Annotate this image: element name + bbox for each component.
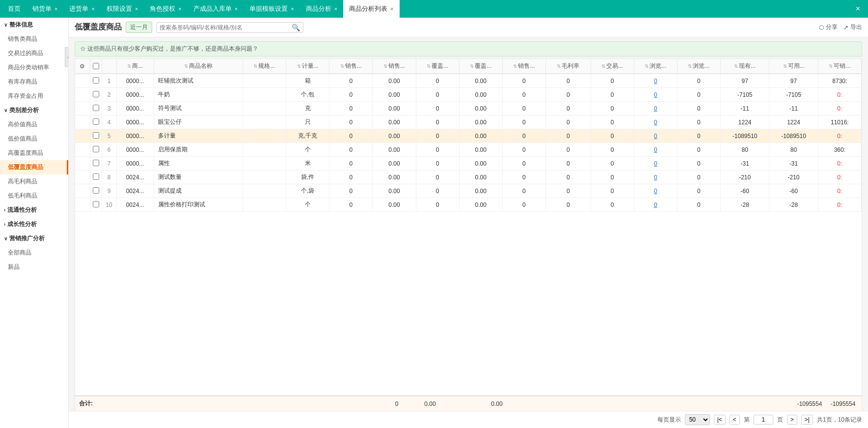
close-icon[interactable]: × [334,6,337,12]
next-page-button[interactable]: > [787,415,797,425]
row-spec-9 [243,184,286,198]
row-checkbox-8[interactable] [90,171,102,184]
row-browse1-7[interactable]: 0 [634,157,677,171]
sidebar-section-growth[interactable]: › 成长性分析 [0,217,68,231]
row-checkbox-2[interactable] [90,88,102,102]
column-checkbox[interactable] [90,59,102,74]
prev-page-button[interactable]: < [730,415,740,425]
page-number-input[interactable] [754,415,773,425]
sidebar-section-liquidity[interactable]: › 流通性分析 [0,203,68,217]
column-current[interactable]: ⇅现有... [721,59,769,74]
row-checkbox-4[interactable] [90,115,102,129]
row-checkbox-1[interactable] [90,74,102,88]
nav-tab-role[interactable]: 角色授权 × [144,0,187,18]
row-sales1-8: 0 [329,171,373,184]
nav-tab-sales[interactable]: 销货单 × [27,0,63,18]
row-browse1-5[interactable]: 0 [634,129,677,143]
column-avail[interactable]: ⇅可用... [769,59,818,74]
last-page-button[interactable]: >| [801,415,813,425]
sidebar-item-sales-goods[interactable]: 销售类商品 [0,32,68,46]
row-checkbox-10[interactable] [90,198,102,212]
row-cover2-5: 0.00 [459,129,502,143]
row-unit-1: 箱 [286,74,329,88]
sidebar-item-high-profit[interactable]: 高毛利商品 [0,174,68,189]
row-current-10: -28 [721,198,769,212]
row-sales1-7: 0 [329,157,373,171]
row-checkbox-6[interactable] [90,143,102,157]
column-unit[interactable]: ⇅计量... [286,59,329,74]
row-browse1-3[interactable]: 0 [634,102,677,115]
column-gross-rate[interactable]: ⇅毛利率 [546,59,591,74]
column-code[interactable]: ⇅商... [116,59,154,74]
row-browse1-8[interactable]: 0 [634,171,677,184]
row-trade-2: 0 [591,88,634,102]
nav-tab-analysis-list[interactable]: 商品分析列表 × [343,0,399,18]
export-button[interactable]: ↗ 导出 [843,23,862,31]
row-browse1-10[interactable]: 0 [634,198,677,212]
sidebar-item-high-coverage[interactable]: 高覆盖度商品 [0,146,68,160]
select-all-checkbox[interactable] [93,63,99,69]
nav-tab-home[interactable]: 首页 [2,0,27,18]
column-browse1[interactable]: ⇅浏览... [634,59,677,74]
row-trade-3: 0 [591,102,634,115]
sidebar-item-traded-goods[interactable]: 交易过的商品 [0,46,68,60]
time-filter-button[interactable]: 近一月 [126,22,152,33]
row-checkbox-9[interactable] [90,184,102,198]
sidebar-item-low-profit[interactable]: 低毛利商品 [0,189,68,203]
column-trade[interactable]: ⇅交易... [591,59,634,74]
close-icon[interactable]: × [235,6,238,12]
row-browse1-6[interactable]: 0 [634,143,677,157]
chevron-right-icon: › [4,207,5,213]
nav-tab-purchase[interactable]: 进货单 × [63,0,100,18]
nav-tab-template[interactable]: 单据模板设置 × [244,0,299,18]
row-checkbox-7[interactable] [90,157,102,171]
close-icon[interactable]: × [178,6,181,12]
sidebar-item-stock-capital[interactable]: 库存资金占用 [0,89,68,103]
row-browse1-2[interactable]: 0 [634,88,677,102]
search-input[interactable] [160,24,292,31]
table-row: 70000...属性米00.0000.0000000-31-310: [75,157,862,171]
row-browse1-4[interactable]: 0 [634,115,677,129]
row-checkbox-5[interactable] [90,129,102,143]
sidebar-collapse-button[interactable]: « [65,47,69,67]
page-size-select[interactable]: 50 20 100 200 [685,414,710,425]
column-spec[interactable]: ⇅规格... [243,59,286,74]
sidebar-item-all-goods[interactable]: 全部商品 [0,246,68,260]
row-browse1-9[interactable]: 0 [634,184,677,198]
nav-tab-production[interactable]: 产成品入库单 × [188,0,244,18]
column-name[interactable]: ⇅商品名称 [154,59,243,74]
sidebar-section-marketing[interactable]: ∨ 营销推广分析 [0,231,68,246]
sidebar-item-low-value[interactable]: 低价值商品 [0,132,68,146]
close-icon[interactable]: × [390,6,393,12]
column-cover2[interactable]: ⇅覆盖... [459,59,502,74]
column-settings[interactable]: ⚙ [75,59,90,74]
row-num-5: 5 [102,129,116,143]
row-unit-9: 个,袋 [286,184,329,198]
close-icon[interactable]: × [135,6,138,12]
sidebar-section-category-diff[interactable]: ∨ 类别差分析 [0,103,68,117]
sidebar-item-category-rate[interactable]: 商品分类动销率 [0,60,68,75]
column-salable[interactable]: ⇅可销... [818,59,861,74]
sidebar-item-high-value[interactable]: 高价值商品 [0,117,68,132]
sidebar-item-new-goods[interactable]: 新品 [0,260,68,274]
column-browse2[interactable]: ⇅浏览... [677,59,720,74]
row-browse1-1[interactable]: 0 [634,74,677,88]
window-close-button[interactable]: × [850,0,866,18]
share-button[interactable]: ⬡ 分享 [819,23,838,31]
column-sales1[interactable]: ⇅销售... [329,59,373,74]
data-table-container[interactable]: ⚙ ⇅商... ⇅商品名称 ⇅规格... [75,58,862,396]
column-sales3[interactable]: ⇅销售... [502,59,545,74]
sidebar-item-low-coverage[interactable]: 低覆盖度商品 [0,160,68,174]
nav-tab-analysis[interactable]: 商品分析 × [300,0,343,18]
column-cover1[interactable]: ⇅覆盖... [416,59,459,74]
row-checkbox-3[interactable] [90,102,102,115]
first-page-button[interactable]: |< [714,415,726,425]
sidebar-section-overall[interactable]: ∨ 整体信息 [0,18,68,32]
search-icon[interactable]: 🔍 [292,24,300,31]
column-sales2[interactable]: ⇅销售... [373,59,416,74]
close-icon[interactable]: × [91,6,94,12]
close-icon[interactable]: × [54,6,57,12]
sidebar-item-stocked-goods[interactable]: 有库存商品 [0,75,68,89]
nav-tab-permission[interactable]: 权限设置 × [101,0,144,18]
close-icon[interactable]: × [291,6,294,12]
